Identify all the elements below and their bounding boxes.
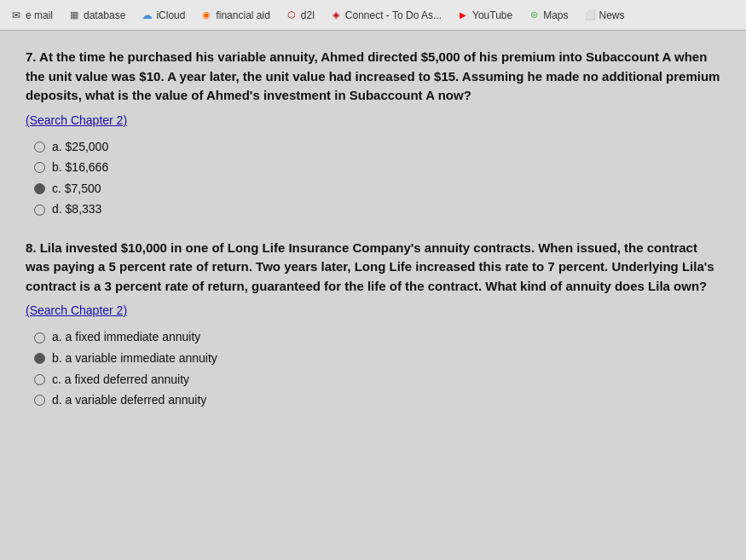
toolbar-d2l-label: d2l (301, 9, 315, 21)
toolbar-connect[interactable]: Connect - To Do As... (327, 8, 445, 23)
toolbar-d2l[interactable]: d2l (282, 8, 318, 23)
toolbar-youtube-label: YouTube (472, 9, 512, 21)
toolbar-news-label: News (599, 9, 625, 21)
question-8-option-b[interactable]: b. a variable immediate annuity (34, 350, 720, 367)
question-7-block: 7. At the time he purchased his variable… (26, 48, 720, 218)
financial-aid-icon (200, 9, 212, 21)
question-7-option-c[interactable]: c. $7,500 (34, 181, 720, 198)
question-7-search-link[interactable]: (Search Chapter 2) (26, 113, 127, 127)
question-7-option-d-label: d. $8,333 (52, 201, 101, 218)
toolbar-icloud[interactable]: iCloud (137, 8, 188, 23)
question-8-option-c-label: c. a fixed deferred annuity (52, 372, 189, 389)
toolbar-database[interactable]: database (65, 8, 129, 23)
toolbar-news[interactable]: News (581, 8, 628, 23)
mail-icon (10, 9, 22, 21)
question-8-block: 8. Lila invested $10,000 in one of Long … (26, 239, 720, 409)
question-7-option-d[interactable]: d. $8,333 (34, 201, 720, 218)
question-8-option-d-label: d. a variable deferred annuity (52, 392, 206, 409)
radio-7d[interactable] (34, 205, 45, 216)
d2l-icon (286, 9, 298, 21)
connect-icon (330, 9, 342, 21)
radio-8a[interactable] (34, 332, 45, 344)
toolbar-maps-label: Maps (543, 9, 568, 21)
browser-toolbar: e mail database iCloud financial aid d2l… (0, 0, 746, 31)
question-8-option-a[interactable]: a. a fixed immediate annuity (34, 329, 720, 346)
question-8-option-b-label: b. a variable immediate annuity (52, 350, 217, 367)
toolbar-youtube[interactable]: YouTube (454, 8, 516, 23)
maps-icon (528, 9, 540, 21)
question-7-option-a[interactable]: a. $25,000 (34, 139, 720, 156)
radio-8d[interactable] (34, 395, 45, 406)
icloud-icon (141, 9, 153, 21)
question-8-option-c[interactable]: c. a fixed deferred annuity (34, 372, 720, 389)
content-area: 7. At the time he purchased his variable… (0, 31, 746, 560)
toolbar-maps[interactable]: Maps (524, 8, 571, 23)
question-7-option-b[interactable]: b. $16,666 (34, 159, 720, 176)
question-8-option-d[interactable]: d. a variable deferred annuity (34, 392, 720, 409)
toolbar-database-label: database (84, 9, 125, 21)
youtube-icon (457, 9, 469, 21)
news-icon (584, 9, 596, 21)
radio-7c[interactable] (34, 183, 45, 194)
toolbar-financial-aid-label: financial aid (216, 9, 269, 21)
question-7-option-b-label: b. $16,666 (52, 159, 108, 176)
toolbar-icloud-label: iCloud (156, 9, 185, 21)
question-8-text: 8. Lila invested $10,000 in one of Long … (26, 239, 720, 297)
question-7-option-c-label: c. $7,500 (52, 181, 101, 198)
toolbar-financial-aid[interactable]: financial aid (197, 8, 273, 23)
question-8-options: a. a fixed immediate annuity b. a variab… (26, 329, 720, 408)
database-icon (68, 9, 80, 21)
radio-7b[interactable] (34, 162, 45, 173)
toolbar-connect-label: Connect - To Do As... (345, 9, 442, 21)
toolbar-mail[interactable]: e mail (7, 8, 56, 23)
question-8-search-link[interactable]: (Search Chapter 2) (26, 303, 127, 317)
radio-8c[interactable] (34, 374, 45, 385)
toolbar-mail-label: e mail (26, 9, 53, 21)
question-7-options: a. $25,000 b. $16,666 c. $7,500 d. $8,33… (26, 139, 720, 218)
question-8-option-a-label: a. a fixed immediate annuity (52, 329, 200, 346)
question-7-text: 7. At the time he purchased his variable… (26, 48, 720, 106)
question-7-option-a-label: a. $25,000 (52, 139, 108, 156)
radio-7a[interactable] (34, 141, 45, 153)
radio-8b[interactable] (34, 353, 45, 364)
